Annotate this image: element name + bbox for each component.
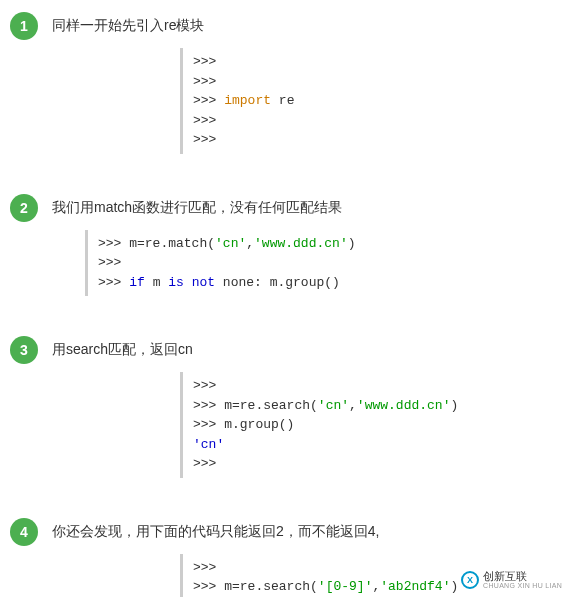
step-header: 4 你还会发现，用下面的代码只能返回2，而不能返回4,	[0, 518, 570, 546]
code-block: >>> >>> m=re.search('cn','www.ddd.cn') >…	[180, 372, 570, 478]
step-header: 3 用search匹配，返回cn	[0, 336, 570, 364]
step-number-badge: 1	[10, 12, 38, 40]
step-number-badge: 4	[10, 518, 38, 546]
watermark: X 创新互联 CHUANG XIN HU LIAN	[461, 571, 562, 589]
step-title: 同样一开始先引入re模块	[52, 17, 204, 35]
step-header: 2 我们用match函数进行匹配，没有任何匹配结果	[0, 194, 570, 222]
step-number-badge: 3	[10, 336, 38, 364]
watermark-text: 创新互联 CHUANG XIN HU LIAN	[483, 571, 562, 589]
step-title: 我们用match函数进行匹配，没有任何匹配结果	[52, 199, 342, 217]
step-title: 你还会发现，用下面的代码只能返回2，而不能返回4,	[52, 523, 379, 541]
step-2: 2 我们用match函数进行匹配，没有任何匹配结果 >>> m=re.match…	[0, 194, 570, 297]
code-block: >>> m=re.match('cn','www.ddd.cn') >>> >>…	[85, 230, 570, 297]
watermark-logo-icon: X	[461, 571, 479, 589]
code-block: >>> >>> >>> import re >>> >>>	[180, 48, 570, 154]
watermark-en: CHUANG XIN HU LIAN	[483, 582, 562, 589]
step-1: 1 同样一开始先引入re模块 >>> >>> >>> import re >>>…	[0, 12, 570, 154]
step-header: 1 同样一开始先引入re模块	[0, 12, 570, 40]
step-title: 用search匹配，返回cn	[52, 341, 193, 359]
step-3: 3 用search匹配，返回cn >>> >>> m=re.search('cn…	[0, 336, 570, 478]
step-number-badge: 2	[10, 194, 38, 222]
watermark-cn: 创新互联	[483, 571, 562, 582]
